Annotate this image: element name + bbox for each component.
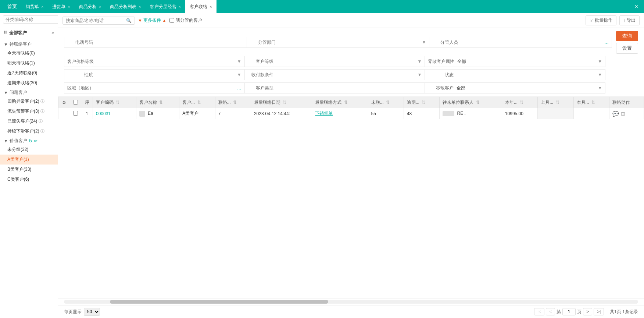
- filter-icon: ▼: [138, 18, 142, 23]
- col-this-year[interactable]: 本年... ⇅: [502, 97, 537, 108]
- filter-my-customers: 我分管的客户: [169, 17, 202, 24]
- page-number-input[interactable]: [562, 308, 576, 315]
- col-last-date[interactable]: 最后联络日期 ⇅: [251, 97, 312, 108]
- nav-home[interactable]: 首页: [3, 3, 21, 10]
- value-refresh-icon[interactable]: ↻: [29, 138, 32, 144]
- sidebar-item-declining[interactable]: 持续下滑客户(2) ⓘ: [0, 126, 58, 136]
- filter-person-dots[interactable]: …: [604, 40, 609, 45]
- action-chat-icon[interactable]: 💬: [612, 111, 619, 117]
- row-code[interactable]: 000031: [93, 108, 136, 119]
- sidebar-collapse-icon[interactable]: «: [51, 31, 54, 36]
- col-last-method[interactable]: 最后联络方式 ⇅: [312, 97, 368, 108]
- close-tab-customer-tier[interactable]: ×: [179, 4, 181, 9]
- query-btn[interactable]: 查询: [616, 31, 638, 41]
- nav-tab-customer-contact[interactable]: 客户联络 ×: [185, 0, 216, 13]
- close-tab-analysis[interactable]: ×: [99, 4, 101, 9]
- row-last-month: [538, 108, 573, 119]
- row-no: 1: [81, 108, 93, 119]
- per-page-select[interactable]: 50: [84, 308, 100, 316]
- filter-search-box: 🔍: [62, 17, 135, 25]
- window-close-button[interactable]: ×: [632, 3, 641, 10]
- col-no-contact[interactable]: 未联... ⇅: [368, 97, 404, 108]
- filter-person-input[interactable]: …: [461, 40, 609, 45]
- next-page-btn[interactable]: >: [583, 308, 592, 315]
- data-table-wrapper: ⚙ 序 客户编码 ⇅ 客户名称 ⇅ 客户... ⇅ 联络... ⇅ 最后联络日期…: [58, 97, 644, 298]
- row-select-checkbox[interactable]: [73, 111, 78, 116]
- col-overdue[interactable]: 逾期... ⇅: [404, 97, 439, 108]
- row-avatar: [139, 111, 145, 117]
- table-footer: 每页显示 50 |< < 第 页 > >| 共1页 1条记录: [58, 305, 644, 318]
- filter-region-dots[interactable]: …: [237, 85, 242, 91]
- col-this-month[interactable]: 本月... ⇅: [573, 97, 609, 108]
- sidebar-item-b-class[interactable]: B类客户(33): [0, 165, 58, 174]
- filter-payment-select[interactable]: ▼: [276, 72, 422, 77]
- sidebar-item-a-class[interactable]: A类客户(1): [0, 155, 58, 165]
- sort-no-contact-icon: ⇅: [386, 100, 390, 105]
- row-overdue: 48: [404, 108, 439, 119]
- sidebar-item-unclassified[interactable]: 未分组(32): [0, 145, 58, 155]
- filter-more-btn[interactable]: ▼ 更多条件 ▲: [138, 17, 167, 24]
- filter-customer-type: 客户类型: [244, 82, 425, 93]
- row-contact-count: 7: [215, 108, 251, 119]
- filter-scatter-customer-select[interactable]: 全部 ▼: [457, 85, 602, 91]
- sidebar-item-churn-warning[interactable]: 流失预警客户(3) ⓘ: [0, 106, 58, 116]
- col-type[interactable]: 客户... ⇅: [179, 97, 215, 108]
- settings-btn[interactable]: 设置: [616, 43, 638, 54]
- action-more-icon[interactable]: ⊞: [621, 111, 625, 117]
- batch-operation-btn[interactable]: ☑ 批量操作: [586, 15, 616, 25]
- filter-customer-level-select[interactable]: ▼: [276, 59, 422, 64]
- export-btn[interactable]: ↑ 导出: [619, 15, 640, 25]
- batch-check-icon: ☑: [590, 18, 594, 23]
- filter-search-icon[interactable]: 🔍: [126, 18, 132, 23]
- top-nav: 首页 销货单 × 进货单 × 商品分析 × 商品分析列表 × 客户分层经营 × …: [0, 0, 644, 13]
- sidebar-item-churned[interactable]: 已流失客户(24) ⓘ: [0, 116, 58, 126]
- close-tab-customer-contact[interactable]: ×: [210, 4, 212, 9]
- row-last-method: 下销货单: [312, 108, 368, 119]
- sidebar-item-c-class[interactable]: C类客户(6): [0, 174, 58, 184]
- filter-nature: 性质 ▼: [64, 69, 245, 80]
- sidebar-item-today[interactable]: 今天待联络(0): [0, 48, 58, 58]
- customer-table: ⚙ 序 客户编码 ⇅ 客户名称 ⇅ 客户... ⇅ 联络... ⇅ 最后联络日期…: [58, 97, 644, 119]
- sidebar-search-input[interactable]: [3, 15, 58, 24]
- col-name[interactable]: 客户名称 ⇅: [136, 97, 179, 108]
- filter-status-select[interactable]: ▼: [457, 72, 602, 77]
- col-code[interactable]: 客户编码 ⇅: [93, 97, 136, 108]
- filter-scatter-attr-select[interactable]: 全部 ▼: [457, 59, 602, 65]
- nav-tab-purchase[interactable]: 进货单 ×: [48, 0, 74, 13]
- sidebar-all-section: ⠿ 全部客户 «: [0, 26, 58, 40]
- filter-price-level: 客户价格等级 ▼: [64, 56, 245, 67]
- value-edit-icon[interactable]: ✏: [34, 138, 37, 144]
- nav-tab-sales[interactable]: 销货单 ×: [21, 0, 48, 13]
- filter-search-input[interactable]: [66, 18, 125, 23]
- filter-region-input[interactable]: …: [97, 85, 242, 91]
- last-page-btn[interactable]: >|: [594, 308, 604, 315]
- nav-tab-analysis-list[interactable]: 商品分析列表 ×: [105, 0, 145, 13]
- col-gear[interactable]: ⚙: [58, 97, 70, 108]
- scrollbar-thumb[interactable]: [110, 300, 328, 304]
- filter-nature-select[interactable]: ▼: [96, 72, 242, 77]
- sidebar-item-repurchase-abnormal[interactable]: 回购异常客户(2) ⓘ: [0, 96, 58, 106]
- my-customers-checkbox[interactable]: [169, 18, 174, 23]
- close-tab-sales[interactable]: ×: [41, 4, 43, 9]
- nav-tab-analysis[interactable]: 商品分析 ×: [75, 0, 105, 13]
- filter-scatter-attr-arrow: ▼: [598, 59, 602, 64]
- col-contact-person[interactable]: 往来单位联系人 ⇅: [440, 97, 502, 108]
- sidebar-item-7days[interactable]: 近7天待联络(0): [0, 68, 58, 78]
- sidebar-all-customers[interactable]: ⠿ 全部客户 «: [0, 28, 58, 38]
- first-page-btn[interactable]: |<: [534, 308, 544, 315]
- close-tab-analysis-list[interactable]: ×: [139, 4, 141, 9]
- col-contact-count[interactable]: 联络... ⇅: [215, 97, 251, 108]
- filter-price-level-select[interactable]: ▼: [97, 59, 242, 64]
- sidebar-item-tomorrow[interactable]: 明天待联络(1): [0, 58, 58, 68]
- sidebar-item-overdue[interactable]: 逾期未联络(30): [0, 78, 58, 88]
- row-last-method-link[interactable]: 下销货单: [315, 111, 333, 116]
- footer-page-size: 每页显示 50: [64, 308, 100, 316]
- close-tab-purchase[interactable]: ×: [68, 4, 70, 9]
- filter-dept-select[interactable]: ▼: [279, 40, 426, 45]
- select-all-checkbox[interactable]: [73, 100, 78, 105]
- filter-payment: 收付款条件 ▼: [244, 69, 425, 80]
- nav-tab-customer-tier[interactable]: 客户分层经营 ×: [146, 0, 185, 13]
- prev-page-btn[interactable]: <: [546, 308, 555, 315]
- col-last-month[interactable]: 上月... ⇅: [538, 97, 573, 108]
- sort-contact-icon: ⇅: [233, 100, 237, 105]
